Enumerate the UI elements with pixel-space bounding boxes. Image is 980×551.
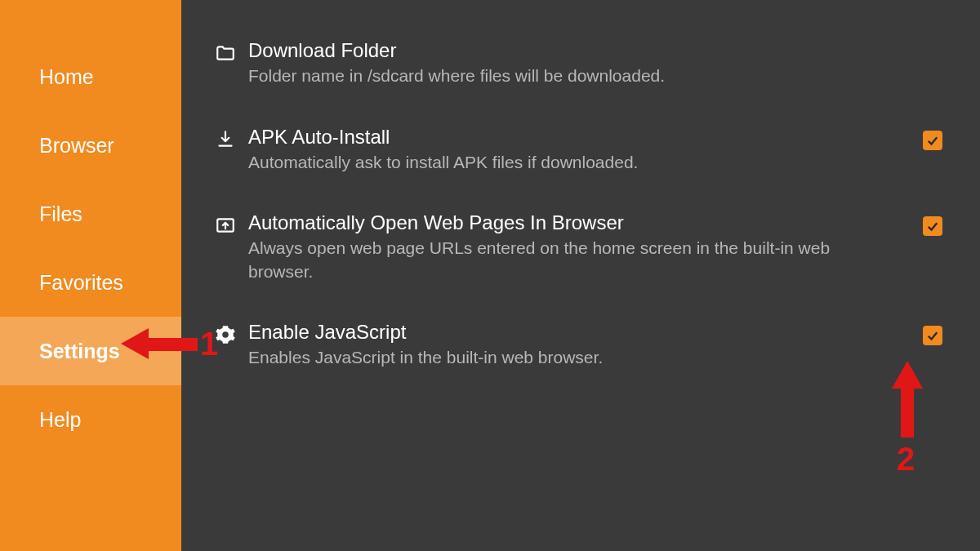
sidebar-item-label: Favorites (39, 271, 123, 295)
setting-apk-auto-install[interactable]: APK Auto-Install Automatically ask to in… (203, 113, 947, 199)
setting-title: Automatically Open Web Pages In Browser (248, 210, 890, 235)
settings-panel: Download Folder Folder name in /sdcard w… (181, 0, 980, 551)
folder-icon (203, 38, 248, 64)
sidebar-item-label: Help (39, 408, 81, 432)
sidebar-item-label: Browser (39, 134, 114, 158)
sidebar-item-label: Settings (39, 340, 120, 363)
setting-auto-open-web[interactable]: Automatically Open Web Pages In Browser … (203, 198, 947, 308)
checkbox-apk-auto-install[interactable] (923, 131, 942, 150)
setting-desc: Always open web page URLs entered on the… (248, 237, 890, 283)
gear-icon (203, 319, 248, 345)
setting-download-folder[interactable]: Download Folder Folder name in /sdcard w… (203, 26, 947, 113)
sidebar: Home Browser Files Favorites Settings He… (0, 0, 181, 551)
sidebar-item-favorites[interactable]: Favorites (0, 248, 181, 317)
sidebar-item-home[interactable]: Home (0, 42, 181, 111)
setting-title: Download Folder (248, 38, 890, 63)
sidebar-item-help[interactable]: Help (0, 385, 181, 454)
setting-enable-javascript[interactable]: Enable JavaScript Enables JavaScript in … (203, 308, 947, 394)
sidebar-item-label: Files (39, 202, 82, 226)
sidebar-item-browser[interactable]: Browser (0, 111, 181, 180)
setting-desc: Folder name in /sdcard where files will … (248, 64, 890, 87)
setting-title: Enable JavaScript (248, 319, 890, 344)
checkbox-enable-javascript[interactable] (923, 326, 942, 345)
checkbox-auto-open-web[interactable] (923, 216, 942, 236)
setting-desc: Enables JavaScript in the built-in web b… (248, 346, 890, 369)
sidebar-item-settings[interactable]: Settings (0, 317, 181, 385)
open-in-browser-icon (203, 210, 248, 236)
setting-title: APK Auto-Install (248, 124, 890, 149)
sidebar-item-files[interactable]: Files (0, 180, 181, 248)
download-icon (203, 124, 248, 150)
sidebar-item-label: Home (39, 65, 94, 89)
setting-desc: Automatically ask to install APK files i… (248, 151, 890, 174)
